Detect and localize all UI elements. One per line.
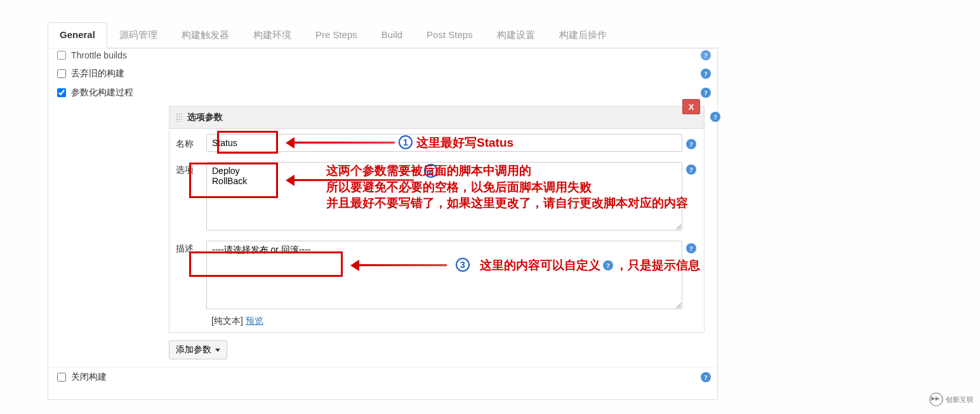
tab-build[interactable]: Build	[369, 22, 414, 48]
help-icon[interactable]: ?	[686, 139, 696, 149]
watermark-logo: 创新互联	[929, 392, 974, 406]
logo-icon	[929, 392, 943, 406]
tab-triggers[interactable]: 构建触发器	[169, 22, 241, 48]
add-param-label: 添加参数	[176, 344, 211, 356]
tab-build-settings[interactable]: 构建设置	[485, 22, 547, 48]
parameterized-checkbox[interactable]	[57, 88, 66, 97]
name-field-label: 名称	[176, 136, 206, 150]
help-icon[interactable]: ?	[701, 372, 711, 382]
chevron-down-icon	[215, 349, 220, 352]
desc-field-label: 描述	[176, 241, 206, 255]
desc-textarea[interactable]: ----请选择发布 or 回滚----	[206, 241, 682, 309]
close-build-checkbox[interactable]	[57, 373, 66, 382]
drag-handle-icon[interactable]	[176, 113, 182, 122]
tab-post-steps[interactable]: Post Steps	[414, 22, 485, 48]
tab-general[interactable]: General	[48, 22, 107, 48]
discard-label: 丢弃旧的构建	[71, 68, 701, 79]
config-body: Throttle builds ? 丢弃旧的构建 ? 参数化构建过程 ? X ?…	[48, 48, 718, 400]
throttle-label: Throttle builds	[71, 50, 701, 60]
panel-title: 选项参数	[187, 112, 223, 123]
tab-scm[interactable]: 源码管理	[107, 22, 169, 48]
choice-param-panel: X ? 选项参数 名称 ? 选项 Deploy RollBack ? 描述 --	[169, 106, 705, 333]
name-input[interactable]	[206, 134, 682, 152]
tab-post-build[interactable]: 构建后操作	[547, 22, 619, 48]
help-icon[interactable]: ?	[710, 112, 720, 122]
tab-build-env[interactable]: 构建环境	[241, 22, 303, 48]
close-build-label: 关闭构建	[71, 371, 701, 383]
config-tabs: General 源码管理 构建触发器 构建环境 Pre Steps Build …	[48, 22, 718, 48]
tab-pre-steps[interactable]: Pre Steps	[303, 22, 369, 48]
help-icon[interactable]: ?	[701, 88, 711, 98]
preview-link[interactable]: 预览	[246, 316, 263, 326]
plain-text-label: [纯文本]	[211, 316, 246, 326]
throttle-checkbox[interactable]	[57, 51, 66, 60]
delete-button[interactable]: X	[682, 99, 700, 114]
choices-field-label: 选项	[176, 162, 206, 176]
help-icon[interactable]: ?	[701, 50, 711, 60]
discard-checkbox[interactable]	[57, 69, 66, 78]
add-param-button[interactable]: 添加参数	[169, 340, 227, 359]
help-icon[interactable]: ?	[701, 69, 711, 79]
parameterized-label: 参数化构建过程	[71, 87, 701, 98]
help-icon[interactable]: ?	[686, 243, 696, 253]
logo-text: 创新互联	[946, 395, 974, 404]
choices-textarea[interactable]: Deploy RollBack	[206, 162, 682, 230]
help-icon[interactable]: ?	[686, 164, 696, 175]
panel-header[interactable]: 选项参数	[169, 107, 704, 129]
